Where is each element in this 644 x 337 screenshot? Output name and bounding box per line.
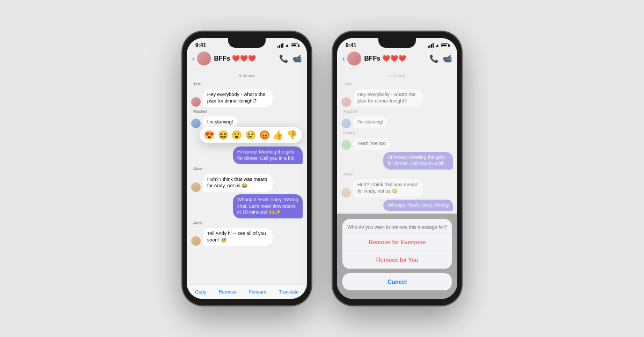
emoji-wow[interactable]: 😮 [231, 130, 242, 140]
bubble-sent-l: Hi honey! Meeting the girls for dinner. … [233, 146, 303, 164]
chat-header-right: ‹ BFFs ❤️❤️❤️ 📞 📹 [337, 49, 457, 69]
action-bar-left: Copy Remove Forward Translate [187, 284, 307, 299]
messages-area-right: 9:30 AM Terri Hey everybody - what's the… [337, 69, 457, 299]
sender-label-hailey-r: Hailey [341, 130, 453, 135]
action-translate[interactable]: Translate [279, 289, 298, 295]
status-time-left: 9:41 [195, 42, 206, 48]
messages-dimmed-right: 9:30 AM Terri Hey everybody - what's the… [341, 72, 453, 211]
back-button-right[interactable]: ‹ [342, 54, 345, 63]
message-row-sent-r: Hi honey! Meeting the girls for dinner. … [341, 152, 453, 170]
avatar-alice1-l [191, 182, 201, 192]
emoji-laugh[interactable]: 😆 [218, 130, 229, 140]
sender-label-alice1-r: Alice [341, 172, 453, 177]
header-icons-right: 📞 📹 [429, 54, 452, 63]
sender-label-alice1-l: Alice [191, 166, 303, 171]
bubble-rachel-r: I'm starving! [353, 116, 387, 128]
remove-for-you-button[interactable]: Remove for You [342, 251, 452, 269]
chat-header-left: ‹ BFFs ❤️❤️❤️ 📞 📹 [187, 49, 307, 69]
notch-right [378, 38, 416, 48]
remove-everyone-button[interactable]: Remove for Everyone [342, 233, 452, 251]
group-avatar-right [347, 52, 361, 65]
action-forward[interactable]: Forward [249, 289, 267, 295]
sender-label-rachel-r: Rachel [341, 109, 453, 114]
message-row-rachel-l[interactable]: I'm starving! [191, 116, 303, 128]
chat-title-right: BFFs ❤️❤️❤️ [364, 55, 429, 62]
avatar-hailey-r [341, 140, 351, 150]
phone-right: 9:41 ▲ ‹ BFFs ❤️❤️❤️ 📞 📹 [333, 32, 462, 305]
dialog-overlay: Who do you want to remove this message f… [337, 214, 457, 299]
chat-title-left: BFFs ❤️❤️❤️ [214, 55, 279, 62]
sender-label-terri-l: Terri [191, 82, 303, 86]
signal-icon-left [277, 43, 283, 48]
message-row-terri-r: Hey everybody - what's the plan for dinn… [341, 89, 453, 107]
message-row-rachel-r: I'm starving! [341, 116, 453, 128]
timestamp-left: 9:30 AM [191, 74, 303, 78]
bubble-terri-l: Hey everybody - what's the plan for dinn… [203, 89, 273, 107]
emoji-thumbsup[interactable]: 👍 [273, 130, 283, 140]
group-avatar-left [197, 52, 211, 65]
message-row-sent-l[interactable]: Hi honey! Meeting the girls for dinner. … [191, 146, 303, 164]
remove-dialog: Who do you want to remove this message f… [342, 219, 452, 269]
status-time-right: 9:41 [346, 42, 356, 48]
avatar-rachel-l [191, 119, 201, 128]
message-row-terri-l[interactable]: Hey everybody - what's the plan for dinn… [191, 89, 303, 107]
message-row-sent2-r: Whoops! Yeah, sorry. Wrong [341, 200, 453, 211]
bubble-rachel-l: I'm starving! [203, 116, 237, 128]
dialog-title: Who do you want to remove this message f… [342, 219, 452, 233]
message-row-hailey-r: Yeah, me too [341, 138, 453, 150]
message-row-alice1-r: Huh? I think that was meant for Andy, no… [341, 179, 453, 197]
avatar-alice2-l [191, 236, 201, 246]
avatar-terri-r [341, 97, 351, 107]
action-copy[interactable]: Copy [195, 289, 206, 295]
bubble-sent-r: Hi honey! Meeting the girls for dinner. … [383, 152, 453, 170]
wifi-icon-left: ▲ [285, 43, 289, 48]
call-icon-left[interactable]: 📞 [279, 54, 288, 63]
bubble-terri-r: Hey everybody - what's the plan for dinn… [353, 89, 423, 107]
message-row-alice1-l[interactable]: Huh? I think that was meant for Andy, no… [191, 174, 303, 192]
status-icons-right: ▲ [428, 43, 449, 48]
sender-label-alice2-l: Alice [191, 221, 303, 225]
emoji-angry[interactable]: 😡 [259, 130, 270, 140]
video-icon-right[interactable]: 📹 [443, 54, 452, 63]
message-row-sent2-l[interactable]: Whoops! Yeah, sorry. Wrong chat. Let's m… [191, 194, 303, 218]
cancel-dialog-box: Cancel [342, 273, 452, 290]
header-icons-left: 📞 📹 [279, 54, 302, 63]
phone-screen-left: 9:41 ▲ ‹ BFFs ❤️❤️❤️ 📞 📹 [187, 38, 307, 299]
phone-screen-right: 9:41 ▲ ‹ BFFs ❤️❤️❤️ 📞 📹 [337, 38, 457, 299]
avatar-alice1-r [341, 188, 351, 197]
avatar-rachel-r [341, 119, 351, 128]
bubble-alice1-l: Huh? I think that was meant for Andy, no… [203, 174, 273, 192]
emoji-reaction-bar[interactable]: 😍 😆 😮 😢 😡 👍 👎 [200, 127, 302, 143]
status-icons-left: ▲ [277, 43, 298, 48]
emoji-sad[interactable]: 😢 [245, 130, 256, 140]
battery-icon-right [441, 43, 449, 47]
messages-area-left: 9:30 AM Terri Hey everybody - what's the… [187, 69, 307, 284]
notch-left [228, 38, 266, 48]
phone-left: 9:41 ▲ ‹ BFFs ❤️❤️❤️ 📞 📹 [182, 32, 311, 305]
avatar-terri-l [191, 97, 201, 107]
battery-icon-left [291, 43, 298, 47]
back-button-left[interactable]: ‹ [192, 54, 195, 63]
bubble-alice1-r: Huh? I think that was meant for Andy, no… [353, 179, 423, 197]
cancel-button[interactable]: Cancel [342, 273, 452, 290]
bubble-sent2-l: Whoops! Yeah, sorry. Wrong chat. Let's m… [233, 194, 303, 218]
action-remove[interactable]: Remove [218, 289, 237, 295]
emoji-thumbsdown[interactable]: 👎 [287, 130, 297, 140]
emoji-love[interactable]: 😍 [204, 130, 215, 140]
signal-icon-right [428, 43, 434, 48]
sender-label-terri-r: Terri [341, 82, 453, 86]
bubble-hailey-r: Yeah, me too [353, 138, 390, 150]
sender-label-rachel-l: Rachel [191, 109, 303, 114]
timestamp-right: 9:30 AM [341, 74, 453, 78]
video-icon-left[interactable]: 📹 [292, 54, 302, 63]
bubble-sent2-r: Whoops! Yeah, sorry. Wrong [383, 200, 453, 211]
message-row-alice2-l[interactable]: Tell Andy hi -- see all of you soon! 🥳 [191, 228, 303, 246]
bubble-alice2-l: Tell Andy hi -- see all of you soon! 🥳 [203, 228, 273, 246]
call-icon-right[interactable]: 📞 [429, 54, 438, 63]
wifi-icon-right: ▲ [435, 43, 440, 48]
